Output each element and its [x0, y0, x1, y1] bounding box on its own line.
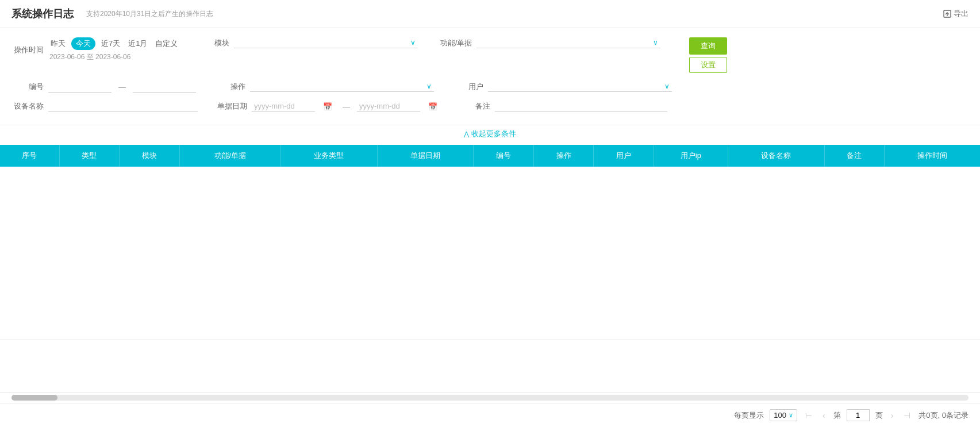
- module-filter: 模块 ∨: [197, 37, 418, 48]
- page-size-value: 100: [774, 411, 786, 420]
- settings-button[interactable]: 设置: [689, 57, 727, 73]
- page-total: 共0页, 0条记录: [918, 410, 969, 421]
- page-number-input[interactable]: [847, 409, 870, 421]
- op-time-wrapper: 昨天 今天 近7天 近1月 自定义 2023-06-06 至 2023-06-0…: [48, 37, 180, 62]
- op-time-filter: 操作时间 昨天 今天 近7天 近1月 自定义 2023-06-06 至 2023…: [11, 37, 180, 62]
- op-time-range: 2023-06-06 至 2023-06-06: [49, 52, 180, 62]
- function-filter: 功能/单据 ∨: [435, 37, 660, 48]
- time-btn-today[interactable]: 今天: [71, 37, 95, 50]
- data-table: 序号 类型 模块 功能/单据 业务类型 单据日期 编号 操作 用户 用户ip 设…: [0, 145, 980, 340]
- empty-row: [0, 167, 980, 339]
- remark-filter: 备注: [458, 101, 667, 112]
- prev-page-button[interactable]: ‹: [820, 410, 828, 421]
- remark-label: 备注: [458, 101, 490, 111]
- id-input-end[interactable]: [133, 81, 196, 93]
- table-body: [0, 167, 980, 339]
- id-label: 编号: [11, 82, 44, 92]
- id-input-start[interactable]: [48, 81, 112, 93]
- page-title: 系统操作日志: [11, 7, 74, 21]
- collapse-button[interactable]: ⋀ 收起更多条件: [464, 129, 516, 139]
- horizontal-scrollbar[interactable]: [11, 395, 969, 401]
- filter-row-3: 设备名称 单据日期 📅 — 📅 备注: [11, 101, 969, 112]
- function-select[interactable]: ∨: [476, 37, 660, 48]
- last-page-button[interactable]: ⊣: [901, 410, 913, 421]
- doc-date-label: 单据日期: [215, 101, 247, 111]
- first-page-button[interactable]: ⊢: [803, 410, 814, 421]
- doc-date-filter: 单据日期 📅 — 📅: [215, 101, 441, 112]
- pagination-bar: 每页显示 100 ∨ ⊢ ‹ 第 页 › ⊣ 共0页, 0条记录: [0, 403, 980, 427]
- remark-input[interactable]: [495, 101, 667, 112]
- col-user-ip: 用户ip: [654, 145, 728, 167]
- scrollbar-thumb[interactable]: [11, 395, 57, 401]
- export-button[interactable]: 导出: [943, 9, 969, 19]
- operation-chevron-icon: ∨: [426, 82, 432, 90]
- page-size-select[interactable]: 100 ∨: [770, 409, 797, 421]
- filter-area: 操作时间 昨天 今天 近7天 近1月 自定义 2023-06-06 至 2023…: [0, 28, 980, 125]
- user-chevron-icon: ∨: [664, 82, 670, 90]
- filter-section: 操作时间 昨天 今天 近7天 近1月 自定义 2023-06-06 至 2023…: [0, 28, 980, 145]
- operation-label: 操作: [213, 82, 245, 92]
- filter-row-1: 操作时间 昨天 今天 近7天 近1月 自定义 2023-06-06 至 2023…: [11, 37, 969, 73]
- col-device: 设备名称: [728, 145, 824, 167]
- op-time-buttons: 昨天 今天 近7天 近1月 自定义: [48, 37, 180, 50]
- time-btn-custom[interactable]: 自定义: [153, 37, 180, 50]
- user-select[interactable]: ∨: [488, 81, 672, 92]
- module-select[interactable]: ∨: [234, 37, 418, 48]
- scrollbar-area: [0, 392, 980, 403]
- time-btn-7days[interactable]: 近7天: [99, 37, 122, 50]
- col-biz-type: 业务类型: [281, 145, 378, 167]
- id-dash: —: [118, 83, 126, 91]
- col-id: 编号: [474, 145, 533, 167]
- function-label: 功能/单据: [435, 38, 472, 48]
- user-label: 用户: [451, 82, 483, 92]
- query-button[interactable]: 查询: [689, 37, 727, 55]
- table-header-row: 序号 类型 模块 功能/单据 业务类型 单据日期 编号 操作 用户 用户ip 设…: [0, 145, 980, 167]
- page-label: 第: [833, 410, 841, 421]
- device-filter: 设备名称: [11, 101, 198, 112]
- time-btn-yesterday[interactable]: 昨天: [48, 37, 68, 50]
- col-doc-date: 单据日期: [377, 145, 474, 167]
- calendar-icon-end: 📅: [428, 102, 437, 111]
- doc-date-dash: —: [343, 102, 350, 111]
- user-filter: 用户 ∨: [451, 81, 672, 92]
- next-page-button[interactable]: ›: [889, 410, 896, 421]
- calendar-icon-start: 📅: [323, 102, 332, 111]
- col-operation: 操作: [533, 145, 593, 167]
- col-user: 用户: [594, 145, 654, 167]
- page-subtitle: 支持2020年10月31日之后产生的操作日志: [86, 9, 213, 19]
- page-size-chevron: ∨: [789, 411, 793, 419]
- doc-date-end[interactable]: [357, 101, 420, 112]
- module-label: 模块: [197, 38, 229, 48]
- export-label: 导出: [954, 9, 969, 19]
- doc-date-start[interactable]: [252, 101, 315, 112]
- page-header: 系统操作日志 支持2020年10月31日之后产生的操作日志 导出: [0, 0, 980, 28]
- col-op-time: 操作时间: [884, 145, 980, 167]
- module-chevron-icon: ∨: [410, 39, 416, 47]
- collapse-up-icon: ⋀: [464, 130, 469, 138]
- export-icon: [943, 10, 951, 18]
- col-remark: 备注: [824, 145, 884, 167]
- operation-filter: 操作 ∨: [213, 81, 434, 92]
- col-index: 序号: [0, 145, 59, 167]
- id-filter: 编号 —: [11, 81, 196, 93]
- per-page-label: 每页显示: [734, 410, 764, 421]
- device-input[interactable]: [48, 101, 198, 112]
- page-container: 系统操作日志 支持2020年10月31日之后产生的操作日志 导出 操作时间: [0, 0, 980, 427]
- table-container: 序号 类型 模块 功能/单据 业务类型 单据日期 编号 操作 用户 用户ip 设…: [0, 145, 980, 392]
- page-unit: 页: [875, 410, 883, 421]
- filter-row-2: 编号 — 操作 ∨ 用户: [11, 81, 969, 93]
- collapse-label: 收起更多条件: [471, 129, 516, 139]
- collapse-row: ⋀ 收起更多条件: [0, 125, 980, 145]
- col-function: 功能/单据: [179, 145, 280, 167]
- op-time-label: 操作时间: [11, 45, 44, 55]
- device-label: 设备名称: [11, 101, 44, 111]
- function-chevron-icon: ∨: [653, 39, 658, 47]
- col-type: 类型: [59, 145, 119, 167]
- table-header: 序号 类型 模块 功能/单据 业务类型 单据日期 编号 操作 用户 用户ip 设…: [0, 145, 980, 167]
- action-buttons: 查询 设置: [689, 37, 727, 73]
- time-btn-1month[interactable]: 近1月: [126, 37, 149, 50]
- empty-cell: [0, 167, 980, 339]
- col-module: 模块: [120, 145, 179, 167]
- operation-select[interactable]: ∨: [250, 81, 434, 92]
